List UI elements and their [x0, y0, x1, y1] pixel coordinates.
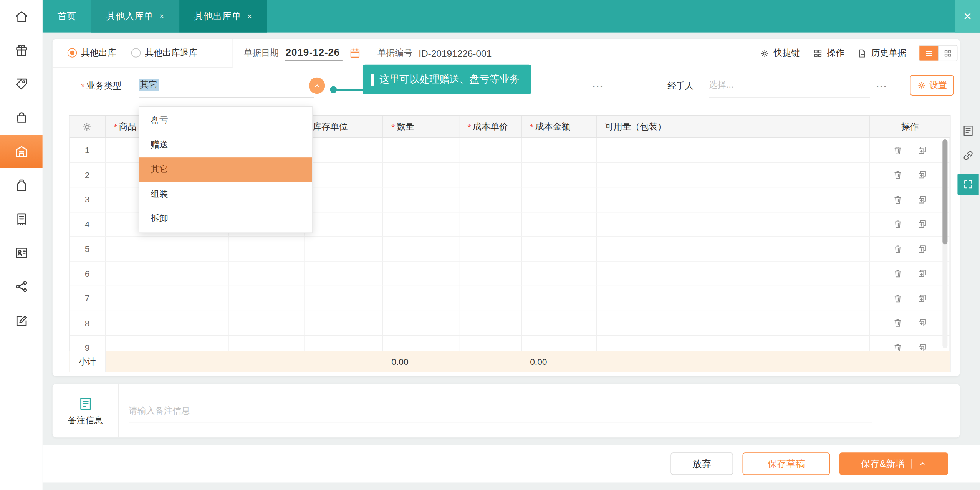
table-cell[interactable] [228, 311, 305, 335]
dropdown-option-gift[interactable]: 赠送 [139, 133, 312, 157]
table-cell[interactable] [522, 138, 597, 162]
delete-row-icon[interactable] [892, 194, 903, 205]
delete-row-icon[interactable] [892, 145, 903, 156]
table-cell[interactable] [106, 262, 228, 286]
expand-button[interactable] [957, 174, 978, 195]
delete-row-icon[interactable] [892, 169, 903, 180]
shortcuts-button[interactable]: 快捷键 [759, 48, 800, 59]
delete-row-icon[interactable] [892, 268, 903, 279]
save-and-new-button[interactable]: 保存&新增 [839, 452, 948, 475]
cancel-button[interactable]: 放弃 [670, 452, 733, 475]
table-cell[interactable] [522, 336, 597, 351]
copy-row-icon[interactable] [917, 194, 927, 205]
copy-row-icon[interactable] [917, 169, 927, 180]
sidebar-item-purchase[interactable] [0, 101, 43, 134]
table-cell[interactable] [305, 138, 383, 162]
copy-row-icon[interactable] [917, 268, 927, 279]
table-cell[interactable] [459, 163, 522, 187]
handler-select[interactable]: 选择... [709, 73, 870, 98]
table-cell[interactable] [459, 187, 522, 212]
copy-row-icon[interactable] [917, 219, 927, 230]
scrollbar-thumb[interactable] [942, 139, 947, 244]
table-cell[interactable] [459, 262, 522, 286]
table-cell[interactable] [459, 237, 522, 261]
date-value[interactable]: 2019-12-26 [285, 46, 342, 60]
copy-row-icon[interactable] [917, 145, 927, 156]
table-cell[interactable] [106, 336, 228, 351]
table-cell[interactable] [522, 311, 597, 335]
table-cell[interactable] [522, 286, 597, 310]
table-cell[interactable] [522, 237, 597, 261]
table-cell[interactable] [106, 311, 228, 335]
sidebar-item-gift[interactable] [0, 34, 43, 67]
table-cell[interactable] [383, 237, 459, 261]
table-cell[interactable] [305, 286, 383, 310]
sidebar-item-warehouse[interactable] [0, 135, 43, 168]
business-type-collapse-button[interactable] [309, 78, 325, 94]
tab-other-outbound[interactable]: 其他出库单 × [179, 0, 267, 33]
radio-other-outbound-return[interactable]: 其他出库退库 [131, 47, 198, 58]
table-cell[interactable] [459, 336, 522, 351]
copy-row-icon[interactable] [917, 243, 927, 254]
table-cell[interactable] [228, 286, 305, 310]
sidebar-item-jar[interactable] [0, 169, 43, 202]
table-cell[interactable] [305, 311, 383, 335]
table-cell[interactable] [383, 138, 459, 162]
delete-row-icon[interactable] [892, 219, 903, 230]
table-cell[interactable] [383, 262, 459, 286]
window-close-button[interactable]: × [955, 0, 980, 33]
table-cell[interactable] [305, 187, 383, 212]
delete-row-icon[interactable] [892, 318, 903, 328]
table-cell[interactable] [228, 336, 305, 351]
delete-row-icon[interactable] [892, 293, 903, 304]
tab-close-icon[interactable]: × [247, 12, 252, 21]
tab-home[interactable]: 首页 [43, 0, 91, 33]
sidebar-item-pricing[interactable] [0, 68, 43, 101]
save-draft-button[interactable]: 保存草稿 [743, 452, 830, 475]
copy-row-icon[interactable] [917, 318, 927, 328]
table-cell[interactable] [305, 163, 383, 187]
table-cell[interactable] [228, 262, 305, 286]
operations-button[interactable]: 操作 [813, 48, 844, 59]
more-fields-ellipsis[interactable]: ··· [593, 81, 604, 91]
copy-row-icon[interactable] [917, 342, 927, 351]
more-fields-ellipsis[interactable]: ··· [876, 81, 887, 91]
link-icon[interactable] [961, 149, 975, 162]
table-cell[interactable] [459, 212, 522, 237]
sidebar-item-receipt[interactable] [0, 202, 43, 235]
table-cell[interactable] [522, 262, 597, 286]
table-cell[interactable] [106, 286, 228, 310]
sidebar-item-share[interactable] [0, 270, 43, 303]
dropdown-option-other[interactable]: 其它 [139, 157, 312, 182]
tab-other-inbound[interactable]: 其他入库单 × [91, 0, 179, 33]
table-cell[interactable] [305, 262, 383, 286]
business-type-input[interactable]: 其它 [139, 73, 314, 98]
delete-row-icon[interactable] [892, 243, 903, 254]
table-cell[interactable] [383, 286, 459, 310]
grid-view-toggle[interactable] [938, 46, 957, 61]
calendar-icon[interactable] [349, 47, 361, 60]
copy-row-icon[interactable] [917, 293, 927, 304]
dropdown-option-assemble[interactable]: 组装 [139, 182, 312, 207]
table-cell[interactable] [228, 237, 305, 261]
delete-row-icon[interactable] [892, 342, 903, 351]
table-cell[interactable] [522, 212, 597, 237]
dropdown-option-disassemble[interactable]: 拆卸 [139, 207, 312, 231]
table-cell[interactable] [305, 237, 383, 261]
table-cell[interactable] [383, 163, 459, 187]
list-view-toggle[interactable] [919, 46, 938, 61]
table-cell[interactable] [305, 336, 383, 351]
table-cell[interactable] [383, 311, 459, 335]
table-cell[interactable] [106, 237, 228, 261]
table-cell[interactable] [522, 163, 597, 187]
table-scrollbar[interactable] [942, 139, 947, 348]
tab-close-icon[interactable]: × [159, 12, 164, 21]
table-cell[interactable] [383, 336, 459, 351]
radio-other-outbound[interactable]: 其他出库 [68, 47, 116, 58]
remarks-input[interactable] [129, 399, 872, 422]
table-cell[interactable] [383, 212, 459, 237]
settings-button[interactable]: 设置 [910, 75, 954, 96]
table-cell[interactable] [305, 212, 383, 237]
table-cell[interactable] [459, 138, 522, 162]
sidebar-item-home[interactable] [0, 0, 43, 33]
